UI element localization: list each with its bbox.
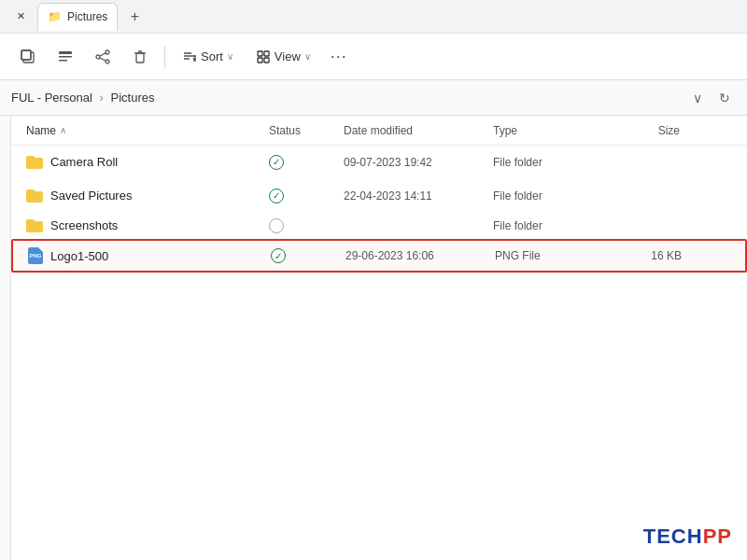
toolbar-rename-button[interactable] — [49, 40, 82, 74]
svg-rect-3 — [59, 51, 72, 54]
row-status-logo: ✓ — [271, 248, 345, 263]
toolbar-copy-button[interactable] — [11, 40, 45, 74]
col-header-status[interactable]: Status — [269, 124, 344, 137]
more-options-button[interactable]: ··· — [324, 42, 354, 72]
svg-rect-19 — [264, 51, 269, 56]
row-size-logo: 16 KB — [607, 249, 682, 262]
row-status-saved-pictures: ✓ — [269, 189, 344, 203]
row-status-camera-roll: ✓ — [269, 155, 344, 170]
col-header-name[interactable]: Name ∧ — [26, 124, 269, 137]
row-status-screenshots — [269, 218, 344, 233]
refresh-button[interactable]: ↻ — [713, 89, 736, 107]
svg-rect-18 — [258, 51, 262, 56]
svg-rect-5 — [59, 60, 67, 62]
svg-point-7 — [106, 60, 109, 63]
main-layout: Name ∧ Status Date modified Type Size Ca… — [0, 116, 747, 560]
toolbar-share-button[interactable] — [86, 40, 120, 74]
row-date-logo: 29-06-2023 16:06 — [345, 249, 495, 262]
breadcrumb-separator: › — [100, 91, 104, 105]
watermark: TECHPP — [643, 525, 732, 549]
row-name-camera-roll: Camera Roll — [26, 155, 269, 169]
svg-line-10 — [100, 58, 106, 61]
name-sort-arrow: ∧ — [60, 125, 66, 135]
svg-rect-21 — [264, 58, 269, 63]
row-type-logo: PNG File — [495, 249, 607, 262]
status-check-icon: ✓ — [271, 248, 286, 263]
sort-button[interactable]: Sort ∨ — [173, 44, 243, 70]
svg-rect-1 — [21, 50, 31, 60]
file-list: Name ∧ Status Date modified Type Size Ca… — [11, 116, 747, 560]
watermark-pp: PP — [703, 525, 732, 548]
row-type-camera-roll: File folder — [493, 156, 605, 169]
sort-label: Sort — [201, 49, 223, 63]
tab-close-button[interactable]: ✕ — [7, 6, 34, 28]
watermark-tech: TECH — [643, 525, 703, 548]
view-label: View — [275, 49, 301, 63]
table-row[interactable]: Screenshots File folder — [11, 213, 747, 239]
folder-icon — [26, 189, 43, 203]
title-bar: ✕ 📁 Pictures + — [0, 0, 747, 34]
svg-point-6 — [106, 50, 109, 54]
status-check-icon: ✓ — [269, 155, 284, 170]
breadcrumb-part1[interactable]: FUL - Personal — [11, 91, 92, 105]
row-name-screenshots: Screenshots — [26, 218, 269, 232]
status-empty-icon — [269, 218, 284, 233]
row-date-camera-roll: 09-07-2023 19:42 — [344, 156, 493, 169]
status-check-icon: ✓ — [269, 189, 284, 203]
breadcrumb: FUL - Personal › Pictures — [11, 91, 682, 105]
toolbar: Sort ∨ View ∨ ··· — [0, 34, 747, 80]
svg-rect-20 — [258, 58, 262, 63]
tab-item[interactable]: 📁 Pictures — [37, 3, 118, 31]
col-header-size[interactable]: Size — [605, 124, 680, 137]
tab-icon: 📁 — [48, 10, 62, 23]
table-row[interactable]: Saved Pictures ✓ 22-04-2023 14:11 File f… — [11, 179, 747, 213]
png-file-icon: PNG — [28, 247, 43, 264]
table-row[interactable]: PNG Logo1-500 ✓ 29-06-2023 16:06 PNG Fil… — [11, 239, 747, 273]
view-chevron: ∨ — [304, 51, 311, 62]
folder-icon — [26, 156, 43, 169]
address-chevron[interactable]: ∨ — [689, 89, 706, 107]
new-tab-button[interactable]: + — [121, 6, 148, 28]
row-type-saved-pictures: File folder — [493, 189, 605, 203]
svg-line-9 — [100, 53, 106, 56]
row-type-screenshots: File folder — [493, 219, 605, 232]
sidebar — [0, 116, 11, 560]
table-row[interactable]: Camera Roll ✓ 09-07-2023 19:42 File fold… — [11, 146, 747, 179]
col-header-date[interactable]: Date modified — [344, 124, 493, 137]
breadcrumb-part2[interactable]: Pictures — [111, 91, 155, 105]
row-name-saved-pictures: Saved Pictures — [26, 189, 269, 203]
row-name-logo: PNG Logo1-500 — [28, 247, 271, 264]
svg-rect-4 — [59, 56, 72, 58]
row-date-saved-pictures: 22-04-2023 14:11 — [344, 189, 493, 203]
svg-point-8 — [96, 55, 100, 59]
toolbar-delete-button[interactable] — [123, 40, 157, 74]
address-bar: FUL - Personal › Pictures ∨ ↻ — [0, 80, 747, 116]
sort-chevron: ∨ — [227, 51, 233, 62]
toolbar-separator — [164, 46, 165, 68]
folder-icon — [26, 219, 43, 232]
column-headers: Name ∧ Status Date modified Type Size — [11, 116, 747, 146]
svg-rect-11 — [136, 53, 144, 63]
view-button[interactable]: View ∨ — [247, 44, 320, 70]
col-header-type[interactable]: Type — [493, 124, 605, 137]
tab-label: Pictures — [67, 10, 107, 23]
